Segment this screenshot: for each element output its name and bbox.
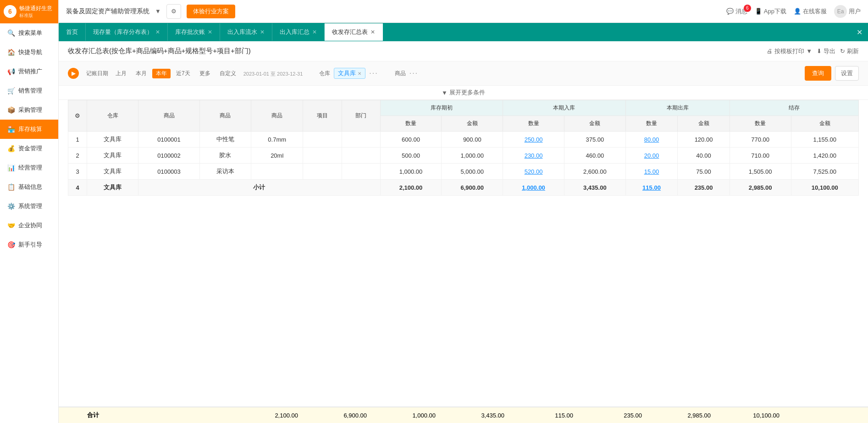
trial-button[interactable]: 体验行业方案 xyxy=(187,5,235,18)
sidebar-item-sales[interactable]: 🛒 销售管理 xyxy=(0,81,58,100)
user-item[interactable]: Ea 用户 xyxy=(834,5,861,18)
sidebar-item-finance[interactable]: 💰 资金管理 xyxy=(0,139,58,158)
tab-summary-close[interactable]: ✕ xyxy=(312,29,317,35)
topbar-left: 装备及固定资产辅助管理系统 ▼ ⚙ 体验行业方案 xyxy=(66,4,235,19)
col-settings-header: ⚙ xyxy=(68,100,87,132)
footer-out-amt: 235.00 xyxy=(610,412,642,419)
col-in-group-header: 本期入库 xyxy=(503,100,626,116)
table-settings-icon[interactable]: ⚙ xyxy=(73,111,82,121)
tab-summary[interactable]: 出入库汇总 ✕ xyxy=(272,23,325,41)
sidebar-item-basic-info[interactable]: 📋 基础信息 xyxy=(0,177,58,197)
footer-opening-amt: 6,900.00 xyxy=(335,412,367,419)
sidebar-item-marketing[interactable]: 📢 营销推广 xyxy=(0,62,58,81)
col-opening-amt-header: 金额 xyxy=(442,116,503,132)
filter-toggle[interactable]: ▶ xyxy=(68,68,79,79)
close-all-tabs[interactable]: ✕ xyxy=(851,28,868,37)
sidebar-item-beginner[interactable]: 🎯 新手引导 xyxy=(0,235,58,254)
message-icon: 💬 xyxy=(726,8,734,15)
tab-flow-close[interactable]: ✕ xyxy=(260,29,265,35)
page-header: 收发存汇总表(按仓库+商品编码+商品+规格型号+项目+部门) 🖨 按模板打印 ▼… xyxy=(59,41,868,61)
warehouse-tag-close[interactable]: ✕ xyxy=(358,71,361,76)
avatar: Ea xyxy=(834,5,847,18)
date-btn-7days[interactable]: 近7天 xyxy=(172,69,194,78)
row-out-qty[interactable]: 20.00 xyxy=(625,148,678,164)
sidebar-item-quick-nav[interactable]: 🏠 快捷导航 xyxy=(0,43,58,62)
tab-stock-dist-label: 现存量（库存分布表） xyxy=(93,28,153,36)
settings-button[interactable]: ⚙ xyxy=(166,4,181,19)
logo-icon: 6 xyxy=(4,5,17,18)
sidebar-item-inventory[interactable]: 🏪 库存核算 xyxy=(0,120,58,139)
row-out-qty[interactable]: 80.00 xyxy=(625,132,678,148)
row-closing-qty: 770.00 xyxy=(730,132,791,148)
col-warehouse-header: 仓库 xyxy=(87,100,138,132)
tab-collect-summary-label: 收发存汇总表 xyxy=(332,28,368,36)
row-in-qty[interactable]: 520.00 xyxy=(503,164,564,180)
warehouse-label: 仓库 xyxy=(319,70,330,77)
tab-collect-summary[interactable]: 收发存汇总表 ✕ xyxy=(325,23,383,41)
date-btn-this-year[interactable]: 本年 xyxy=(152,69,171,78)
system-icon: ⚙️ xyxy=(7,203,15,210)
export-button[interactable]: ⬇ 导出 xyxy=(817,47,835,55)
sidebar: 6 畅捷通好生意 标准版 🔍 搜索菜单 🏠 快捷导航 📢 营销推广 🛒 销售管理… xyxy=(0,0,59,423)
row-in-amt: 2,600.00 xyxy=(564,164,625,180)
print-button[interactable]: 🖨 按模板打印 ▼ xyxy=(767,47,812,55)
date-btn-this-month[interactable]: 本月 xyxy=(132,69,150,78)
col-goods-code-header: 商品 xyxy=(138,100,200,132)
row-in-qty[interactable]: 230.00 xyxy=(503,148,564,164)
sidebar-item-system[interactable]: ⚙️ 系统管理 xyxy=(0,197,58,216)
row-opening-qty: 500.00 xyxy=(380,148,442,164)
footer-closing-qty: 2,985.00 xyxy=(679,412,711,419)
date-btn-custom[interactable]: 自定义 xyxy=(216,69,240,78)
col-out-qty-header: 数量 xyxy=(625,116,678,132)
subtotal-out-amt: 235.00 xyxy=(678,180,730,196)
content-area: 收发存汇总表(按仓库+商品编码+商品+规格型号+项目+部门) 🖨 按模板打印 ▼… xyxy=(59,41,868,423)
col-closing-group-header: 结存 xyxy=(730,100,858,116)
print-icon: 🖨 xyxy=(767,48,773,55)
date-btn-last-month[interactable]: 上月 xyxy=(112,69,130,78)
subtotal-row: 4 文具库 小计 2,100.00 6,900.00 1,000.00 3,43… xyxy=(68,180,859,196)
sidebar-item-enterprise[interactable]: 🤝 企业协同 xyxy=(0,216,58,235)
warehouse-more-dots[interactable]: ··· xyxy=(369,69,378,77)
online-service-item[interactable]: 👤 在线客服 xyxy=(794,7,827,16)
sidebar-item-purchase[interactable]: 📦 采购管理 xyxy=(0,100,58,120)
sidebar-item-operations[interactable]: 📊 经营管理 xyxy=(0,158,58,177)
service-icon: 👤 xyxy=(794,8,801,15)
footer-total-label: 合计 xyxy=(83,411,138,419)
system-dropdown[interactable]: ▼ xyxy=(155,8,161,15)
row-project xyxy=(303,164,342,180)
date-filter-section: 记账日期 上月 本月 本年 近7天 更多 自定义 2023-01-01 至 20… xyxy=(86,69,303,78)
tab-collect-summary-close[interactable]: ✕ xyxy=(370,29,375,35)
message-item[interactable]: 💬 消息 6 xyxy=(726,7,747,16)
sidebar-item-label: 系统管理 xyxy=(18,202,42,210)
tab-flow[interactable]: 出入库流水 ✕ xyxy=(220,23,272,41)
sidebar-item-search[interactable]: 🔍 搜索菜单 xyxy=(0,23,58,43)
filter-actions: 查询 设置 xyxy=(805,66,859,81)
logo-text: 畅捷通好生意 xyxy=(19,5,52,12)
date-btn-more[interactable]: 更多 xyxy=(196,69,214,78)
expand-conditions[interactable]: ▼ 展开更多条件 xyxy=(59,86,868,100)
app-download-label: App下载 xyxy=(764,7,786,16)
subtotal-in-qty[interactable]: 1,000.00 xyxy=(503,180,564,196)
print-label: 按模板打印 xyxy=(774,47,804,55)
row-closing-amt: 1,155.00 xyxy=(791,132,858,148)
row-in-qty[interactable]: 250.00 xyxy=(503,132,564,148)
refresh-button[interactable]: ↻ 刷新 xyxy=(840,47,859,55)
goods-more-dots[interactable]: ··· xyxy=(409,69,418,77)
tab-batch-close[interactable]: ✕ xyxy=(208,29,212,35)
tab-stock-dist-close[interactable]: ✕ xyxy=(155,29,160,35)
tab-batch[interactable]: 库存批次账 ✕ xyxy=(168,23,220,41)
query-button[interactable]: 查询 xyxy=(805,66,831,81)
table-footer: 合计 2,100.00 6,900.00 1,000.00 3,435.00 1… xyxy=(59,407,868,423)
warehouse-tag: 文具库 ✕ xyxy=(334,68,365,79)
app-download-item[interactable]: 📱 App下载 xyxy=(755,7,786,16)
export-label: 导出 xyxy=(824,47,835,55)
row-num: 2 xyxy=(68,148,87,164)
col-department-header: 部门 xyxy=(342,100,380,132)
setting-button[interactable]: 设置 xyxy=(835,66,859,81)
subtotal-out-qty[interactable]: 115.00 xyxy=(625,180,678,196)
row-out-qty[interactable]: 15.00 xyxy=(625,164,678,180)
footer-in-amt: 3,435.00 xyxy=(472,412,504,419)
tab-stock-dist[interactable]: 现存量（库存分布表） ✕ xyxy=(86,23,168,41)
tab-home[interactable]: 首页 xyxy=(59,23,86,41)
goods-filter-section: 商品 ··· xyxy=(395,69,418,77)
